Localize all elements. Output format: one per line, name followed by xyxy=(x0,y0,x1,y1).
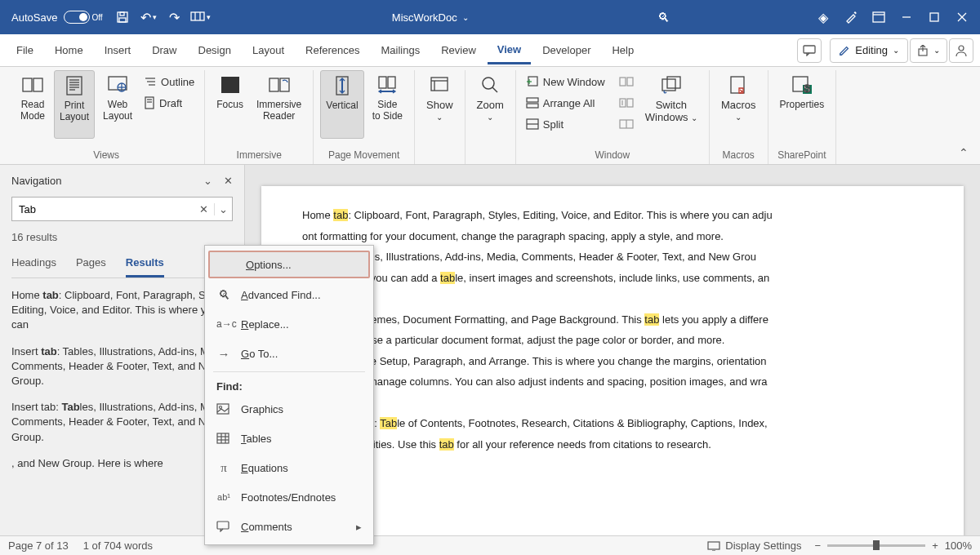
tab-home[interactable]: Home xyxy=(45,38,93,63)
macros-button[interactable]: Macros⌄ xyxy=(716,70,761,139)
qat-customize-icon[interactable]: ▾ xyxy=(188,4,214,30)
nav-tab-results[interactable]: Results xyxy=(126,253,164,278)
nav-collapse-icon[interactable]: ⌄ xyxy=(203,175,212,187)
svg-rect-34 xyxy=(270,78,278,91)
comments-button[interactable] xyxy=(797,38,822,63)
sync-scrolling-button[interactable] xyxy=(616,93,637,113)
toggle-switch[interactable] xyxy=(64,11,90,24)
zoom-level[interactable]: 100% xyxy=(945,539,972,552)
redo-icon[interactable]: ↷ xyxy=(162,4,188,30)
tab-design[interactable]: Design xyxy=(189,38,241,63)
nav-result-item[interactable]: Home tab: Clipboard, Font, Paragraph, St… xyxy=(11,288,233,333)
document-title[interactable]: MiscWorkDoc⌄ xyxy=(214,11,647,24)
arrange-all-button[interactable]: Arrange All xyxy=(523,93,612,113)
properties-button[interactable]: SProperties xyxy=(775,70,830,139)
side-to-side-button[interactable]: Side to Side xyxy=(368,70,408,139)
menu-comments[interactable]: Comments▸ xyxy=(205,512,373,541)
nav-result-item[interactable]: Insert tab: Tables, Illustrations, Add-i… xyxy=(11,400,233,445)
view-side-by-side-button[interactable] xyxy=(616,72,637,91)
tab-references[interactable]: References xyxy=(296,38,369,63)
status-page[interactable]: Page 7 of 13 xyxy=(8,539,69,552)
menu-footnotes[interactable]: ab¹Footnotes/Endnotes xyxy=(205,482,373,512)
show-button[interactable]: Show⌄ xyxy=(421,70,458,139)
menu-advanced-find[interactable]: 🔍︎Advanced Find... xyxy=(205,280,373,309)
undo-icon[interactable]: ↶▾ xyxy=(136,4,162,30)
reset-window-button[interactable] xyxy=(616,114,637,134)
immersive-reader-button[interactable]: Immersive Reader xyxy=(252,70,306,139)
collapse-ribbon-icon[interactable]: ⌃ xyxy=(959,146,969,159)
display-settings-button[interactable]: Display Settings xyxy=(707,539,801,552)
menu-replace[interactable]: a→cReplace... xyxy=(205,309,373,339)
save-icon[interactable] xyxy=(109,4,136,30)
nav-results-list: Home tab: Clipboard, Font, Paragraph, St… xyxy=(11,288,233,482)
tab-mailings[interactable]: Mailings xyxy=(372,38,430,63)
menu-bar: File Home Insert Draw Design Layout Refe… xyxy=(0,34,980,67)
nav-search-box[interactable]: ✕ ⌄ xyxy=(11,197,233,221)
zoom-slider[interactable] xyxy=(827,544,925,547)
zoom-button[interactable]: Zoom⌄ xyxy=(472,70,509,139)
editing-mode-button[interactable]: Editing⌄ xyxy=(830,38,908,63)
nav-tab-headings[interactable]: Headings xyxy=(11,253,56,278)
pencil-icon xyxy=(839,45,850,56)
tab-file[interactable]: File xyxy=(7,38,43,63)
autosave-toggle[interactable]: AutoSave Off xyxy=(5,11,109,24)
menu-find-header: Find: xyxy=(205,375,373,394)
svg-rect-9 xyxy=(930,13,938,21)
tab-review[interactable]: Review xyxy=(431,38,486,63)
tab-draw[interactable]: Draw xyxy=(142,38,186,63)
coming-soon-icon[interactable] xyxy=(838,4,864,30)
read-mode-button[interactable]: Read Mode xyxy=(15,70,51,139)
collab-button[interactable] xyxy=(949,38,973,63)
svg-rect-60 xyxy=(662,79,675,91)
menu-graphics[interactable]: Graphics xyxy=(205,394,373,424)
tab-layout[interactable]: Layout xyxy=(243,38,294,63)
autosave-state: Off xyxy=(91,13,102,22)
svg-rect-50 xyxy=(527,104,538,108)
nav-tab-pages[interactable]: Pages xyxy=(76,253,106,278)
print-layout-button[interactable]: Print Layout xyxy=(54,70,95,139)
status-words[interactable]: 1 of 704 words xyxy=(83,539,153,552)
group-show: Show⌄ xyxy=(415,70,466,164)
search-icon: 🔍︎ xyxy=(216,288,231,302)
ribbon-display-icon[interactable] xyxy=(866,4,892,30)
search-icon[interactable]: 🔍︎ xyxy=(647,11,679,24)
tab-view[interactable]: View xyxy=(488,37,531,64)
svg-rect-39 xyxy=(388,77,395,88)
zoom-out-icon[interactable]: − xyxy=(815,539,822,552)
nav-result-item[interactable]: , and New Group. Here is where xyxy=(11,456,233,471)
zoom-in-icon[interactable]: + xyxy=(932,539,938,552)
comments-icon xyxy=(216,521,231,532)
focus-button[interactable]: Focus xyxy=(212,70,248,139)
tab-developer[interactable]: Developer xyxy=(532,38,600,63)
diamond-icon[interactable]: ◈ xyxy=(810,4,836,30)
svg-rect-33 xyxy=(221,77,239,93)
minimize-icon[interactable] xyxy=(893,4,920,30)
close-icon[interactable] xyxy=(949,4,975,30)
switch-windows-button[interactable]: Switch Windows ⌄ xyxy=(640,70,702,139)
nav-close-icon[interactable]: ✕ xyxy=(224,175,233,187)
svg-point-14 xyxy=(959,46,964,51)
tab-help[interactable]: Help xyxy=(602,38,644,63)
menu-tables[interactable]: Tables xyxy=(205,424,373,453)
web-layout-button[interactable]: Web Layout xyxy=(98,70,137,139)
tab-insert[interactable]: Insert xyxy=(95,38,141,63)
vertical-button[interactable]: Vertical xyxy=(320,70,363,139)
split-button[interactable]: Split xyxy=(523,114,612,134)
status-bar: Page 7 of 13 1 of 704 words Display Sett… xyxy=(0,535,980,555)
nav-search-dropdown-icon[interactable]: ⌄ xyxy=(214,203,232,215)
nav-search-input[interactable] xyxy=(12,203,193,215)
zoom-control[interactable]: − + 100% xyxy=(815,539,972,552)
menu-options[interactable]: Options... xyxy=(208,251,370,278)
share-button[interactable]: ⌄ xyxy=(910,38,947,63)
new-window-button[interactable]: New Window xyxy=(523,72,612,91)
outline-button[interactable]: Outline xyxy=(140,72,198,91)
menu-goto[interactable]: →Go To... xyxy=(205,339,373,368)
menu-equations[interactable]: πEquations xyxy=(205,453,373,482)
maximize-icon[interactable] xyxy=(921,4,947,30)
group-views: Read Mode Print Layout Web Layout Outlin… xyxy=(8,70,205,164)
title-bar: AutoSave Off ↶▾ ↷ ▾ MiscWorkDoc⌄ 🔍︎ ◈ xyxy=(0,0,980,34)
nav-result-item[interactable]: Insert tab: Tables, Illustrations, Add-i… xyxy=(11,344,233,389)
nav-search-clear-icon[interactable]: ✕ xyxy=(193,203,214,215)
svg-rect-6 xyxy=(873,12,884,22)
draft-button[interactable]: Draft xyxy=(140,93,198,113)
